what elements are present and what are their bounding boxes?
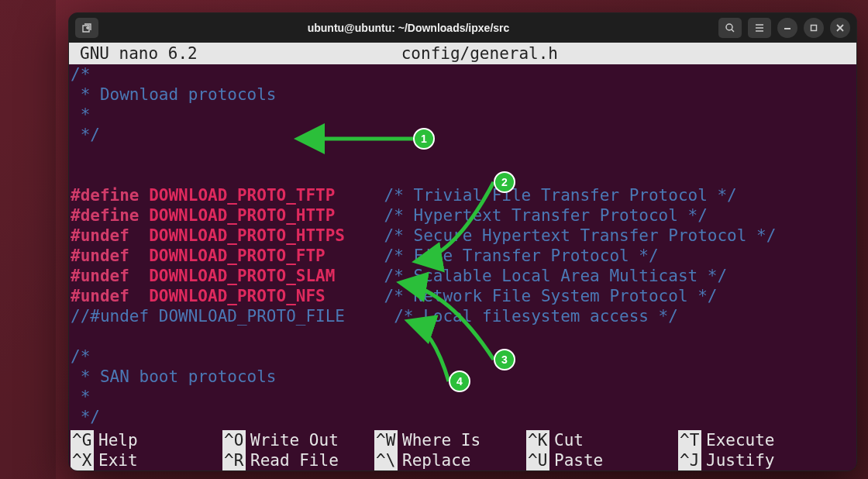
menu-button[interactable]: [748, 18, 771, 38]
shortcut-item: ^\Replace: [374, 450, 526, 470]
shortcut-label: Help: [94, 430, 138, 450]
shortcut-key: ^R: [222, 450, 246, 470]
shortcut-key: ^U: [526, 450, 549, 470]
shortcut-key: ^O: [222, 430, 246, 450]
shortcut-item: ^TExecute: [678, 430, 830, 450]
shortcut-key: ^K: [526, 430, 549, 450]
shortcut-item: ^WWhere Is: [374, 430, 526, 450]
shortcut-item: ^JJustify: [678, 450, 830, 470]
terminal-window: ubuntu@ubuntu: ~/Downloads/ipxe/src GNU …: [68, 12, 857, 471]
titlebar: ubuntu@ubuntu: ~/Downloads/ipxe/src: [69, 13, 856, 43]
shortcut-label: Justify: [701, 450, 775, 470]
maximize-icon: [809, 23, 818, 33]
svg-point-0: [726, 24, 732, 30]
shortcut-label: Replace: [398, 450, 471, 470]
shortcut-key: ^T: [678, 430, 701, 450]
nano-filename: config/general.h: [105, 43, 855, 64]
shortcut-key: ^X: [71, 450, 94, 470]
menu-icon: [754, 22, 765, 33]
shortcut-label: Execute: [701, 430, 775, 450]
maximize-button[interactable]: [804, 18, 824, 38]
shortcut-key: ^W: [374, 430, 398, 450]
nano-shortcuts: ^GHelp^OWrite Out^WWhere Is^KCut^TExecut…: [69, 430, 856, 470]
shortcut-key: ^J: [678, 450, 701, 470]
shortcut-label: Write Out: [246, 430, 339, 450]
editor-area[interactable]: GNU nano 6.2 config/general.h /* * Downl…: [69, 43, 856, 470]
new-tab-button[interactable]: [75, 18, 98, 38]
shortcut-item: ^GHelp: [71, 430, 222, 450]
shortcut-label: Read File: [246, 450, 339, 470]
window-title: ubuntu@ubuntu: ~/Downloads/ipxe/src: [105, 22, 712, 34]
svg-rect-1: [811, 26, 817, 31]
shortcut-item: ^RRead File: [222, 450, 374, 470]
search-button[interactable]: [718, 18, 742, 38]
close-button[interactable]: [830, 18, 850, 38]
new-tab-icon: [81, 22, 92, 33]
shortcut-item: ^UPaste: [526, 450, 678, 470]
shortcut-label: Where Is: [398, 430, 480, 450]
shortcut-item: ^OWrite Out: [222, 430, 374, 450]
nano-header: GNU nano 6.2 config/general.h: [69, 43, 856, 64]
shortcut-item: ^KCut: [526, 430, 678, 450]
shortcut-label: Cut: [549, 430, 584, 450]
code-content: /* * Download protocols * */ #define DOW…: [69, 64, 856, 427]
minimize-icon: [783, 23, 792, 33]
shortcut-label: Paste: [549, 450, 603, 470]
shortcut-item: ^XExit: [71, 450, 222, 470]
dock: [0, 0, 56, 479]
close-icon: [835, 23, 845, 33]
shortcut-key: ^\: [374, 450, 398, 470]
search-icon: [725, 22, 735, 33]
shortcut-key: ^G: [71, 430, 94, 450]
shortcut-label: Exit: [94, 450, 138, 470]
minimize-button[interactable]: [777, 18, 797, 38]
